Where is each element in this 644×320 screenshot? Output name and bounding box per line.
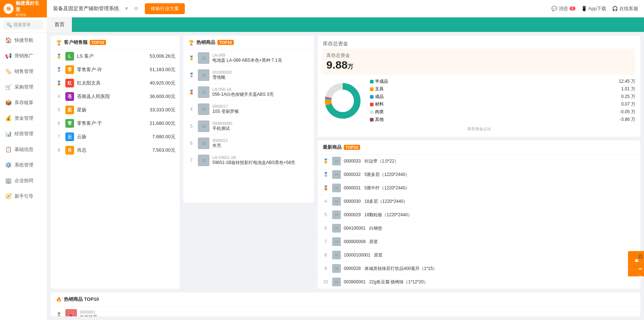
legend-item-1: 半成品 12.45 万: [370, 78, 635, 85]
rank-badge-7: 云: [65, 132, 74, 141]
inventory-fund-label: 库存资金占比: [323, 126, 635, 132]
inventory-icon: 📦: [5, 99, 12, 106]
inventory-label-top: 库存总资金: [326, 52, 632, 59]
hot-main-name-1: 中华神器: [80, 314, 636, 317]
experience-btn[interactable]: 体验行业方案: [145, 3, 185, 14]
hot-sales-row-1: 🥇 16 LA-089 电池盖 LA-089 ABS本色+黑种 7.1克: [183, 50, 314, 67]
ranking-row-3: 🥉 红 红太阳文具 40,925.00元: [51, 77, 180, 90]
sidebar-item-basic-info[interactable]: 📋 基础信息: [0, 142, 47, 157]
hot-sales-row-5: 5 16 000800005 手机测试: [183, 118, 314, 135]
sidebar-logo: 畅 畅捷通好生意 标准版: [0, 0, 47, 17]
sidebar-item-inventory[interactable]: 📦 库存核算: [0, 95, 47, 111]
online-service-btn[interactable]: 🎧 在线客服: [612, 5, 638, 12]
chevron-down-icon: ▼: [124, 6, 129, 11]
gear-icon[interactable]: ⚙: [134, 6, 138, 11]
hot-main-code-1: 0000001: [80, 310, 636, 314]
sidebar-item-system[interactable]: ⚙️ 系统管理: [0, 157, 47, 173]
hot-products-main-title: 热销商品 TOP10: [64, 296, 99, 303]
sidebar-label-inventory: 库存核算: [15, 99, 33, 106]
legend-item-3: 成品 0.25 万: [370, 94, 635, 100]
new-img-10: 16: [332, 278, 341, 286]
rank-badge-2: 零: [65, 65, 74, 74]
hot-sales-code-3: LA-056-1A: [212, 87, 310, 91]
sidebar-item-marketing[interactable]: 📢 营销推广: [0, 48, 47, 64]
sidebar-item-sales[interactable]: 🏷️ 销售管理: [0, 64, 47, 79]
hot-products-sales-list: 🥇 16 LA-089 电池盖 LA-089 ABS本色+黑种 7.1克 🥈 1…: [183, 50, 314, 202]
ranking-row-5: 5 星 星扬 33,333.00元: [51, 103, 180, 117]
hot-products-main-list: 🥇 🥩 0000001 中华神器 🥈 🥩 000500001 新西兰牛肉（新牛）: [51, 307, 640, 316]
finance-icon: 💰: [5, 115, 12, 122]
hot-sales-code-5: 000800005: [212, 121, 310, 126]
ranking-name-7: 云扬: [77, 134, 149, 140]
sidebar-label-guide: 新手引导: [15, 193, 33, 200]
sidebar-label-enterprise: 企业协同: [15, 177, 33, 184]
service-community-btn[interactable]: 服务社区: [628, 262, 644, 270]
sidebar-item-purchase[interactable]: 🛒 采购管理: [0, 79, 47, 95]
donut-container: 半成品 12.45 万 文具 1.01 万 成品 0.25 万: [323, 78, 635, 124]
content-scroll: 🏆 客户销售额 TOP10 🥇 L LS 客户 53,006.26元 🥈: [47, 32, 644, 320]
new-name-10: 003800001 22g鱼豆腐·烧烤味（1*12*20）: [344, 279, 636, 285]
donut-chart: [323, 81, 363, 122]
ranking-amount-5: 33,333.00元: [150, 107, 175, 113]
sidebar-item-quick-nav[interactable]: 🏠 快捷导航: [0, 33, 47, 48]
search-box[interactable]: 🔍 搜索菜单: [4, 20, 43, 29]
sidebar-label-purchase: 采购管理: [15, 84, 33, 90]
rank-badge-4: 苍: [65, 92, 74, 101]
hot-sales-name-3: 056-1A白色按键开关盖ABS 3壳: [212, 91, 310, 98]
new-img-7: 16: [332, 237, 341, 246]
app-download-btn[interactable]: 📱 App下载: [581, 5, 606, 12]
headset2-icon: 🎧: [638, 254, 642, 259]
notification-icon: 💬: [551, 6, 557, 11]
trophy2-icon: 🏆: [188, 40, 194, 45]
fire-icon: 🔥: [56, 297, 62, 302]
legend-item-2: 文具 1.01 万: [370, 86, 635, 92]
ranking-amount-6: 21,680.00元: [150, 120, 175, 127]
direct-btn[interactable]: 直播: [628, 270, 644, 276]
new-img-1: 16: [332, 157, 341, 165]
ranking-name-3: 红太阳文具: [77, 80, 147, 86]
hot-main-img-1: 🥩: [65, 309, 77, 316]
sidebar-nav: 🏠 快捷导航 📢 营销推广 🏷️ 销售管理 🛒 采购管理 📦 库存核算 💰 资金…: [0, 33, 47, 320]
phone-icon: 📱: [581, 6, 587, 11]
hot-sales-img-7: 16: [198, 155, 209, 166]
hot-sales-img-6: 16: [198, 138, 209, 149]
ranking-name-8: 肖总: [77, 147, 149, 153]
sidebar-item-operations[interactable]: 📊 经营管理: [0, 126, 47, 142]
sidebar-label-system: 系统管理: [15, 162, 33, 168]
sidebar-item-finance[interactable]: 💰 资金管理: [0, 111, 47, 126]
new-name-7: 000800008 原竖: [344, 239, 636, 245]
hot-sales-row-7: 7 16 LA-59651-1B 59651-1B旋转投影灯电池盒ABS黑色+5…: [183, 152, 314, 169]
hot-sales-code-7: LA-59651-1B: [212, 155, 310, 160]
sidebar-label-basic-info: 基础信息: [15, 146, 33, 153]
trophy-icon: 🏆: [56, 40, 62, 45]
new-name-2: 0000032 5厘多层（1220*2440）: [344, 172, 636, 178]
main-row: 🏆 客户销售额 TOP10 🥇 L LS 客户 53,006.26元 🥈: [51, 36, 640, 289]
ranking-name-2: 零售客户·许: [77, 66, 147, 73]
new-name-4: 0000030 18多层（1220*2440）: [344, 198, 636, 205]
ranking-amount-2: 51,183.00元: [150, 66, 175, 73]
new-row-9: 9 16 0000028 体城蔗枝味苏打饮品400毫升（1*15）: [318, 262, 640, 275]
sales-icon: 🏷️: [5, 68, 12, 75]
new-name-1: 0000033 封边带（1.0*22）: [344, 158, 636, 164]
tab-home[interactable]: 首页: [47, 17, 72, 32]
customer-service-btn[interactable]: 🎧 客服热线: [628, 251, 644, 262]
sales-ranking-title: 客户销售额: [64, 39, 87, 46]
system-title: 装备及固定资产辅助管理系统: [53, 5, 119, 12]
new-row-6: 6 16 004100001 白钢垫: [318, 222, 640, 235]
hot-sales-img-1: 16: [198, 52, 209, 64]
inventory-panel: 库存总资金 库存总资金 9.88万: [318, 36, 640, 137]
new-row-7: 7 16 000800008 原竖: [318, 235, 640, 249]
sidebar-search-container[interactable]: 🔍 搜索菜单: [0, 17, 47, 33]
hot-sales-code-4: 0000017: [212, 104, 310, 108]
sidebar-label-operations: 经营管理: [15, 131, 33, 137]
notifications-btn[interactable]: 💬 消息 6: [551, 5, 575, 12]
new-row-4: 4 16 0000030 18多层（1220*2440）: [318, 195, 640, 208]
sidebar-item-enterprise[interactable]: 🏢 企业协同: [0, 173, 47, 189]
operations-icon: 📊: [5, 131, 12, 137]
sidebar-item-guide[interactable]: 🧭 新手引导: [0, 189, 47, 204]
new-row-5: 5 16 0000029 18颗粒板（1220*2440）: [318, 208, 640, 222]
new-row-2: 🥈 16 0000032 5厘多层（1220*2440）: [318, 168, 640, 181]
sidebar-label-finance: 资金管理: [15, 115, 33, 122]
hot-sales-row-2: 🥈 16 001000002 雪地靴: [183, 67, 314, 84]
hot-products-sales-panel: 🏆 热销商品 TOP10 🥇 16 LA-089 电池盖 LA-089 ABS本…: [183, 36, 314, 202]
